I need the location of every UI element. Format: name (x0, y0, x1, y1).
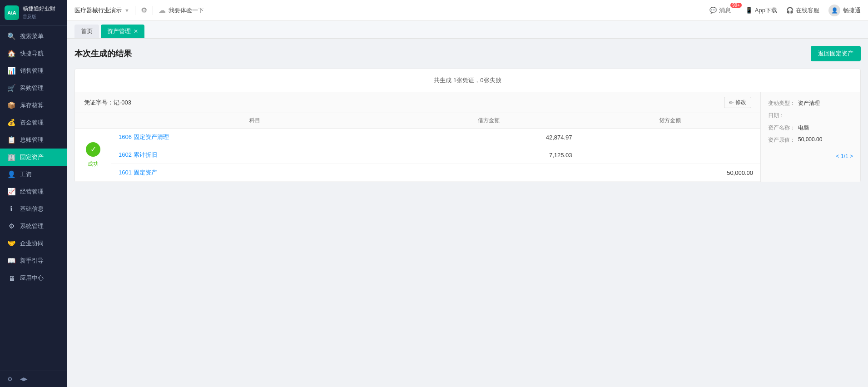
col-credit: 贷方金额 (580, 113, 760, 129)
sidebar-label-4: 库存核算 (20, 101, 44, 109)
return-button[interactable]: 返回固定资产 (811, 46, 861, 61)
original-value-value: 50,000.00 (798, 136, 822, 144)
app-download-button[interactable]: 📱 App下载 (745, 6, 777, 15)
sidebar-item-快捷导航[interactable]: 🏠 快捷导航 (0, 45, 67, 62)
sidebar-item-系统管理[interactable]: ⚙ 系统管理 (0, 218, 67, 235)
sidebar-item-应用中心[interactable]: 🖥 应用中心 (0, 269, 67, 287)
debit-cell: 7,125.03 (398, 146, 579, 164)
sidebar-item-固定资产[interactable]: 🏢 固定资产 (0, 149, 67, 166)
result-panel: 共生成 1张凭证，0张失败 凭证字号：记-003 ✏ 修改 (74, 69, 861, 182)
account-cell: 1601 固定资产 (111, 164, 398, 182)
sidebar-label-14: 应用中心 (20, 274, 44, 282)
edit-voucher-button[interactable]: ✏ 修改 (724, 97, 751, 108)
topbar-divider2 (153, 6, 153, 15)
topbar: 医疗器械行业演示 ▼ ⚙ ☁ 我要体验一下 💬 消息 99+ 📱 App下载 🎧… (67, 0, 868, 21)
sidebar-label-2: 销售管理 (20, 67, 44, 75)
credit-cell (580, 129, 760, 146)
voucher-number: 凭证字号：记-003 (84, 99, 131, 107)
sidebar-label-1: 快捷导航 (20, 50, 44, 58)
collapse-icon[interactable]: ◀▶ (20, 376, 27, 382)
settings-icon[interactable]: ⚙ (7, 376, 13, 382)
company-dropdown-icon: ▼ (124, 8, 129, 13)
sidebar-label-7: 固定资产 (20, 153, 44, 161)
sidebar-item-企业协同[interactable]: 🤝 企业协同 (0, 235, 67, 252)
messages-badge: 99+ (730, 3, 742, 8)
sidebar-icon-3: 🛒 (7, 84, 15, 92)
topbar-divider (135, 6, 135, 15)
prev-page-icon[interactable]: < (836, 153, 839, 159)
pagination[interactable]: < 1/1 > (768, 149, 853, 159)
sidebar-item-工资[interactable]: 👤 工资 (0, 166, 67, 183)
sidebar-item-资金管理[interactable]: 💰 资金管理 (0, 114, 67, 131)
tab-home[interactable]: 首页 (74, 25, 99, 38)
sidebar-label-11: 系统管理 (20, 222, 44, 230)
asset-name-label: 资产名称： (768, 124, 795, 132)
sidebar-label-5: 资金管理 (20, 119, 44, 127)
messages-button[interactable]: 💬 消息 99+ (709, 6, 736, 15)
app-version: 普及版 (23, 14, 55, 20)
sidebar-item-经营管理[interactable]: 📈 经营管理 (0, 183, 67, 200)
experience-label: 我要体验一下 (169, 6, 204, 15)
app-download-icon: 📱 (745, 7, 753, 14)
sidebar-nav: 🔍 搜索菜单 🏠 快捷导航 📊 销售管理 🛒 采购管理 📦 库存核算 💰 资金管… (0, 26, 67, 371)
result-summary: 共生成 1张凭证，0张失败 (75, 69, 860, 92)
sidebar-item-搜索菜单[interactable]: 🔍 搜索菜单 (0, 28, 67, 45)
settings-gear-icon[interactable]: ⚙ (141, 6, 147, 15)
tab-asset-management[interactable]: 资产管理 ✕ (101, 25, 144, 38)
success-indicator: ✓ 成功 (82, 139, 104, 172)
debit-cell (398, 164, 579, 182)
sidebar-label-13: 新手引导 (20, 257, 44, 265)
app-logo: AtA (5, 5, 19, 20)
table-row: ✓ 成功 1606 固定资产清理42,874.97 (75, 129, 760, 146)
tabbar: 首页 资产管理 ✕ (67, 21, 868, 39)
sidebar-item-采购管理[interactable]: 🛒 采购管理 (0, 79, 67, 97)
voucher-container: 凭证字号：记-003 ✏ 修改 科目 借方金额 (75, 92, 860, 182)
sidebar-icon-12: 🤝 (7, 239, 15, 248)
next-page-icon[interactable]: > (850, 153, 853, 159)
sidebar-icon-13: 📖 (7, 257, 15, 265)
voucher-header: 凭证字号：记-003 ✏ 修改 (75, 92, 760, 113)
online-service-button[interactable]: 🎧 在线客服 (786, 6, 819, 15)
voucher-left: 凭证字号：记-003 ✏ 修改 科目 借方金额 (75, 92, 760, 182)
main-area: 医疗器械行业演示 ▼ ⚙ ☁ 我要体验一下 💬 消息 99+ 📱 App下载 🎧… (67, 0, 868, 387)
info-change-type: 变动类型： 资产清理 (768, 99, 853, 107)
sidebar-label-0: 搜索菜单 (20, 32, 44, 40)
sidebar-item-新手引导[interactable]: 📖 新手引导 (0, 252, 67, 269)
account-cell: 1606 固定资产清理 (111, 129, 398, 146)
sidebar-label-10: 基础信息 (20, 205, 44, 213)
table-row: 1602 累计折旧7,125.03 (75, 146, 760, 164)
sidebar-icon-5: 💰 (7, 119, 15, 127)
sidebar-header: AtA 畅捷通好业财 普及版 (0, 0, 67, 26)
sidebar-item-销售管理[interactable]: 📊 销售管理 (0, 62, 67, 79)
success-text: 成功 (88, 160, 99, 168)
sidebar-icon-14: 🖥 (7, 274, 15, 282)
voucher-right-panel: 变动类型： 资产清理 日期： 资产名称： 电脑 资产原值： 50,000.00 (760, 92, 860, 182)
table-header-row: 科目 借方金额 贷方金额 (75, 113, 760, 129)
sidebar-item-库存核算[interactable]: 📦 库存核算 (0, 97, 67, 114)
sidebar-item-总账管理[interactable]: 📋 总账管理 (0, 131, 67, 149)
pagination-info: 1/1 (841, 153, 850, 159)
table-row: 1601 固定资产50,000.00 (75, 164, 760, 182)
success-circle: ✓ (86, 142, 100, 157)
avatar: 👤 (828, 5, 840, 16)
voucher-table: 科目 借方金额 贷方金额 ✓ 成功 1606 固定资产清理42,874.9716… (75, 113, 760, 182)
content-area: 本次生成的结果 返回固定资产 共生成 1张凭证，0张失败 凭证字号：记-003 … (67, 39, 868, 387)
change-type-value: 资产清理 (798, 99, 820, 107)
username: 畅捷通 (843, 6, 861, 15)
company-name: 医疗器械行业演示 (74, 6, 122, 15)
tab-close-icon[interactable]: ✕ (134, 28, 138, 35)
sidebar-icon-6: 📋 (7, 136, 15, 144)
sidebar-icon-4: 📦 (7, 101, 15, 109)
cloud-icon: ☁ (159, 6, 166, 15)
app-download-label: App下载 (755, 6, 777, 15)
sidebar-footer: ⚙ ◀▶ (0, 371, 67, 387)
service-icon: 🎧 (786, 7, 794, 14)
sidebar-icon-0: 🔍 (7, 32, 15, 40)
user-menu[interactable]: 👤 畅捷通 (828, 5, 861, 16)
page-title: 本次生成的结果 (74, 48, 132, 59)
company-selector[interactable]: 医疗器械行业演示 ▼ (74, 6, 129, 15)
sidebar-item-基础信息[interactable]: ℹ 基础信息 (0, 200, 67, 218)
sidebar-icon-1: 🏠 (7, 50, 15, 58)
experience-button[interactable]: ☁ 我要体验一下 (159, 6, 204, 15)
info-asset-name: 资产名称： 电脑 (768, 124, 853, 132)
